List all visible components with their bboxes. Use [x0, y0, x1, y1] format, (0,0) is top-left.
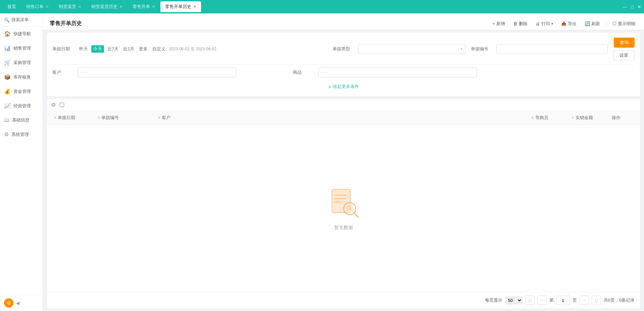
page-next-button[interactable]: ＞	[580, 296, 589, 305]
shortcut-more[interactable]: 更多	[138, 45, 149, 53]
export-icon: 📤	[561, 21, 566, 26]
window-min[interactable]: —	[623, 4, 627, 9]
filter-section: 单据日期 昨天 今天 近7天 近1月 更多 自定义 2023-06-02 至 2…	[47, 33, 640, 96]
tab-sales-return-close[interactable]: ✕	[78, 5, 81, 9]
add-icon: +	[492, 21, 495, 26]
table-settings-icon[interactable]: ⚙	[51, 102, 56, 108]
add-label: 新增	[496, 21, 505, 27]
page-title: 零售开单历史	[50, 20, 82, 27]
sidebar-item-label: 快捷导航	[13, 31, 31, 37]
shortcut-yesterday[interactable]: 昨天	[78, 45, 89, 53]
product-input[interactable]: ···	[318, 67, 477, 77]
svg-line-6	[354, 213, 358, 217]
print-icon: 🖨	[536, 21, 540, 26]
tab-home[interactable]: 首页	[3, 1, 21, 12]
select-all-checkbox[interactable]	[60, 103, 64, 107]
pagination: 每页显示 50 10 20 100 ⟨⟨ ＜ 第 页 ＞ ⟩⟩ 共0页，0条记录	[47, 292, 640, 308]
per-page-select[interactable]: 50 10 20 100	[505, 297, 523, 304]
print-button[interactable]: 🖨 打印 ▾	[534, 19, 555, 28]
sort-icon: ⇅	[572, 116, 574, 119]
window-max[interactable]: □	[631, 4, 634, 9]
tab-sales-order[interactable]: 销售订单 ✕	[21, 1, 53, 12]
sidebar-item-inventory[interactable]: 📦 库存核算	[0, 70, 43, 84]
sidebar-bottom: ⚙ ◀	[0, 295, 43, 311]
page-number-input[interactable]	[556, 296, 570, 305]
action-divider	[606, 21, 606, 27]
table-toolbar: ⚙	[47, 99, 640, 111]
page-actions: + 新增 🗑 删除 🖨 打印 ▾ 📤 导出 🔄	[490, 19, 637, 28]
th-date-label: 单据日期	[58, 115, 75, 121]
shortcut-today[interactable]: 今天	[91, 45, 104, 53]
add-button[interactable]: + 新增	[490, 19, 507, 28]
shortcut-last1m[interactable]: 近1月	[122, 45, 136, 53]
sidebar-collapse-button[interactable]: ◀	[16, 301, 19, 306]
page-label: 页	[573, 297, 577, 303]
sidebar-item-system-mgmt[interactable]: ⚙ 系统管理	[0, 127, 43, 142]
box-icon: 📦	[4, 74, 11, 80]
th-bill-no-label: 单据编号	[101, 115, 119, 121]
sort-icon: ⇅	[531, 116, 534, 119]
finance-icon: 💰	[4, 88, 11, 95]
gear-icon: ⚙	[7, 300, 11, 306]
query-button[interactable]: 查询	[614, 38, 635, 48]
th-ops: 操作	[609, 115, 636, 121]
sidebar-item-label: 资金管理	[13, 89, 31, 95]
sidebar-item-operation[interactable]: 📈 经营管理	[0, 99, 43, 113]
sidebar-search[interactable]: 🔍 搜索采单	[0, 13, 43, 27]
page-label-pre: 第	[549, 297, 554, 303]
bill-type-select[interactable]: ▾	[358, 44, 465, 54]
empty-text: 暂无数据	[334, 225, 353, 231]
refresh-label: 刷新	[591, 21, 600, 27]
info-icon: 🗂	[4, 117, 9, 123]
print-label: 打印	[541, 21, 550, 27]
tab-retail-open[interactable]: 零售开单 ✕	[128, 1, 160, 12]
tab-retail-open-history[interactable]: 零售开单历史 ✕	[160, 1, 201, 12]
export-button[interactable]: 📤 导出	[559, 19, 579, 28]
shortcut-custom[interactable]: 自定义	[151, 45, 167, 53]
sidebar-item-label: 采购管理	[13, 60, 31, 66]
sidebar-item-purchase-mgmt[interactable]: 🛒 采购管理	[0, 55, 43, 70]
tab-sales-return-history-label: 销货退货历史	[91, 4, 117, 10]
sort-icon: ⇅	[158, 116, 160, 119]
delete-icon: 🗑	[513, 21, 517, 26]
sort-icon: ⇅	[97, 116, 100, 119]
sidebar-gear-button[interactable]: ⚙	[4, 298, 13, 308]
refresh-icon: 🔄	[585, 21, 590, 26]
sidebar-item-quick-nav[interactable]: 🏠 快捷导航	[0, 27, 43, 41]
page-first-button[interactable]: ⟨⟨	[525, 296, 535, 305]
sidebar-item-basic-info[interactable]: 🗂 基础信息	[0, 113, 43, 127]
shortcut-last7[interactable]: 近7天	[106, 45, 120, 53]
tab-sales-return-history-close[interactable]: ✕	[119, 5, 122, 9]
sidebar-item-sales-mgmt[interactable]: 📊 销售管理	[0, 41, 43, 55]
bill-no-input[interactable]	[496, 44, 608, 54]
page-last-button[interactable]: ⟩⟩	[592, 296, 601, 305]
bill-type-arrow-icon: ▾	[460, 47, 462, 51]
product-dots: ···	[321, 69, 328, 75]
page-prev-button[interactable]: ＜	[537, 296, 547, 305]
collapse-filter-button[interactable]: ∧ 收起更多条件	[52, 82, 635, 92]
refresh-button[interactable]: 🔄 刷新	[583, 19, 602, 28]
tab-sales-return-history[interactable]: 销货退货历史 ✕	[87, 1, 127, 12]
sidebar-item-finance[interactable]: 💰 资金管理	[0, 84, 43, 99]
sidebar-item-label: 经营管理	[13, 103, 31, 109]
print-arrow-icon: ▾	[551, 22, 553, 25]
settings-button[interactable]: 设置	[613, 50, 635, 60]
tab-sales-order-close[interactable]: ✕	[46, 5, 49, 9]
th-ops-label: 操作	[612, 115, 621, 121]
customer-input[interactable]: ···	[78, 67, 236, 77]
tab-retail-open-history-close[interactable]: ✕	[193, 5, 196, 9]
chevron-up-icon: ∧	[328, 84, 332, 89]
display-detail-button[interactable]: ☐ 显示明细	[610, 19, 637, 28]
tab-sales-return[interactable]: 销货退货 ✕	[54, 1, 86, 12]
tab-sales-order-label: 销售订单	[26, 4, 44, 10]
th-bill-no: ⇅ 单据编号	[95, 115, 155, 121]
sidebar-item-label: 系统管理	[11, 132, 29, 138]
window-close[interactable]: ✕	[638, 4, 641, 9]
tab-retail-open-history-label: 零售开单历史	[165, 4, 191, 10]
bill-type-label: 单据类型	[333, 46, 353, 52]
th-guide: ⇅ 导购员	[529, 115, 569, 121]
th-customer-label: 客户	[162, 115, 170, 121]
tab-retail-open-close[interactable]: ✕	[152, 5, 155, 9]
search-icon: 🔍	[4, 17, 9, 22]
delete-button[interactable]: 🗑 删除	[511, 19, 530, 28]
